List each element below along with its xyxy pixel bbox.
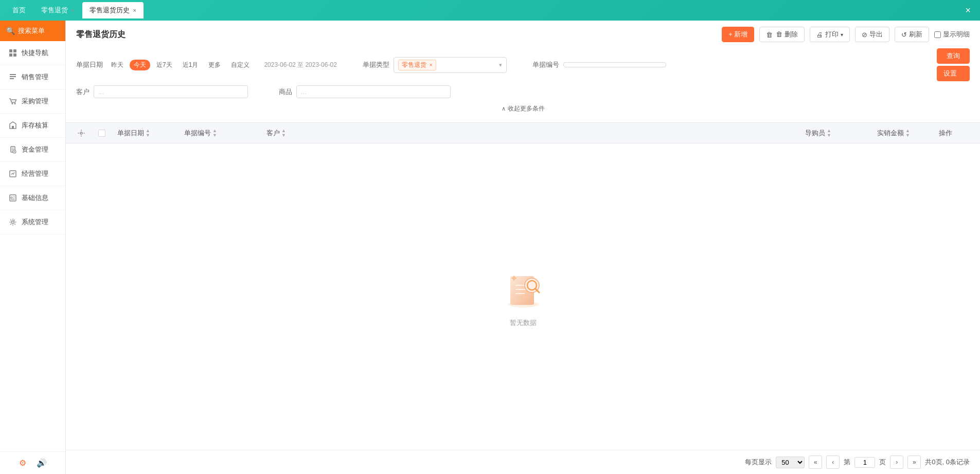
export-icon: ⊘ <box>862 31 867 39</box>
svg-point-4 <box>12 103 13 104</box>
customer-input[interactable]: ... <box>94 85 248 98</box>
date-btn-today[interactable]: 今天 <box>130 60 150 70</box>
refresh-button[interactable]: ↺ 刷新 <box>895 27 929 42</box>
setting-button[interactable]: 设置 <box>937 66 970 81</box>
sidebar-item-finance-mgmt[interactable]: 资金管理 <box>0 138 65 162</box>
ops-mgmt-icon <box>8 169 17 178</box>
empty-text: 暂无数据 <box>510 318 537 327</box>
th-action: 操作 <box>934 129 975 138</box>
tab-home[interactable]: 首页 <box>5 2 33 19</box>
sidebar-audio-icon[interactable]: 🔊 <box>37 458 47 468</box>
tab-retail-return[interactable]: 零售退货 × <box>34 2 81 19</box>
date-btn-yesterday[interactable]: 昨天 <box>107 60 128 70</box>
page-title-row: 零售退货历史 + 新增 🗑 🗑 删除 🖨 打印 ▾ ⊘ 导出 <box>76 27 970 42</box>
print-icon: 🖨 <box>816 31 823 39</box>
main-layout: 🔍 搜索菜单 快捷导航 销售管理 采购管理 库存核算 <box>0 21 980 474</box>
sort-amount-icon: ▲▼ <box>905 129 910 138</box>
type-tag-remove[interactable]: × <box>430 62 433 68</box>
page-label: 第 <box>844 458 850 467</box>
per-page-label: 每页显示 <box>745 458 772 467</box>
page-last-button[interactable]: » <box>907 455 921 469</box>
empty-state: 暂无数据 <box>66 143 980 450</box>
svg-rect-2 <box>9 53 12 57</box>
page-header: 零售退货历史 + 新增 🗑 🗑 删除 🖨 打印 ▾ ⊘ 导出 <box>66 21 980 123</box>
query-setting-group: 查询 设置 <box>937 48 970 81</box>
th-date[interactable]: 单据日期 ▲▼ <box>112 129 179 138</box>
sort-num-icon: ▲▼ <box>212 129 217 138</box>
sort-customer-icon: ▲▼ <box>281 129 286 138</box>
page-number-input[interactable] <box>854 457 875 468</box>
sales-mgmt-icon <box>8 72 17 82</box>
system-mgmt-icon <box>8 217 17 227</box>
sidebar-item-basic-info[interactable]: 基础信息 <box>0 186 65 210</box>
page-first-button[interactable]: « <box>809 455 822 469</box>
goods-input[interactable]: ... <box>296 85 451 98</box>
svg-rect-3 <box>13 53 16 57</box>
quick-nav-icon <box>8 48 17 58</box>
tab-list: 首页 零售退货 × 零售退货历史 × <box>5 2 961 19</box>
filter-section: 单据日期 昨天 今天 近7天 近1月 更多 自定义 2023-06-02 至 2… <box>76 48 970 122</box>
date-btn-more[interactable]: 更多 <box>204 60 225 70</box>
sidebar-item-sales-mgmt[interactable]: 销售管理 <box>0 65 65 89</box>
page-next-button[interactable]: › <box>890 455 903 469</box>
svg-rect-0 <box>9 49 12 52</box>
sidebar-item-ops-mgmt[interactable]: 经营管理 <box>0 162 65 186</box>
search-icon: 🔍 <box>6 27 15 35</box>
sidebar-settings-icon[interactable]: ⚙ <box>19 458 26 468</box>
basic-info-icon <box>8 193 17 203</box>
code-input[interactable] <box>563 62 666 67</box>
filter-row-1: 单据日期 昨天 今天 近7天 近1月 更多 自定义 2023-06-02 至 2… <box>76 48 970 81</box>
tab-retail-return-history-close[interactable]: × <box>133 7 136 13</box>
purchase-mgmt-icon <box>8 97 17 106</box>
collapse-icon: ∧ <box>502 105 506 112</box>
date-filter: 单据日期 昨天 今天 近7天 近1月 更多 自定义 <box>76 60 254 70</box>
refresh-icon: ↺ <box>901 31 907 39</box>
svg-point-5 <box>14 103 16 104</box>
show-detail-checkbox[interactable]: 显示明细 <box>934 30 970 39</box>
toolbar: + 新增 🗑 🗑 删除 🖨 打印 ▾ ⊘ 导出 <box>722 27 970 42</box>
table-header: 单据日期 ▲▼ 单据编号 ▲▼ 客户 ▲▼ 导购员 ▲▼ 实销金额 ▲▼ <box>66 123 980 143</box>
svg-point-11 <box>12 221 14 224</box>
new-button[interactable]: + 新增 <box>722 27 754 42</box>
th-guide[interactable]: 导购员 ▲▼ <box>800 129 872 138</box>
delete-button[interactable]: 🗑 🗑 删除 <box>759 27 805 42</box>
date-btn-1month[interactable]: 近1月 <box>179 60 203 70</box>
date-btn-7days[interactable]: 近7天 <box>152 60 176 70</box>
export-button[interactable]: ⊘ 导出 <box>855 27 889 42</box>
inventory-icon <box>8 121 17 130</box>
check-all-checkbox[interactable] <box>98 130 105 137</box>
th-customer[interactable]: 客户 ▲▼ <box>261 129 800 138</box>
goods-filter: 商品 ... <box>279 85 451 98</box>
th-setting[interactable] <box>71 129 92 137</box>
date-btn-custom[interactable]: 自定义 <box>227 60 254 70</box>
query-button[interactable]: 查询 <box>937 48 970 64</box>
sidebar-item-inventory[interactable]: 库存核算 <box>0 114 65 138</box>
sort-guide-icon: ▲▼ <box>827 129 831 138</box>
filter-row-2: 客户 ... 商品 ... <box>76 85 929 98</box>
th-amount[interactable]: 实销金额 ▲▼ <box>872 129 934 138</box>
svg-rect-1 <box>13 49 16 52</box>
window-close-button[interactable]: × <box>961 5 975 16</box>
page-prev-button[interactable]: ‹ <box>826 455 840 469</box>
type-filter: 单据类型 零售退货 × ▾ <box>363 57 507 73</box>
type-dropdown-icon: ▾ <box>499 62 502 68</box>
show-detail-input[interactable] <box>934 31 941 38</box>
sidebar-item-system-mgmt[interactable]: 系统管理 <box>0 210 65 234</box>
svg-rect-6 <box>12 126 14 129</box>
type-select[interactable]: 零售退货 × ▾ <box>394 57 507 73</box>
per-page-select[interactable]: 50 20 100 <box>776 457 805 468</box>
date-range-display: 2023-06-02 至 2023-06-02 <box>264 61 336 69</box>
tab-retail-return-close[interactable]: × <box>71 7 74 13</box>
date-shortcuts: 昨天 今天 近7天 近1月 更多 自定义 <box>107 60 254 70</box>
sidebar-bottom: ⚙ 🔊 <box>0 451 65 474</box>
th-num[interactable]: 单据编号 ▲▼ <box>179 129 261 138</box>
sidebar-search[interactable]: 🔍 搜索菜单 <box>0 21 65 41</box>
print-button[interactable]: 🖨 打印 ▾ <box>810 27 850 42</box>
tab-retail-return-history[interactable]: 零售退货历史 × <box>82 2 143 19</box>
th-check[interactable] <box>92 130 112 137</box>
collapse-row[interactable]: ∧ 收起更多条件 <box>76 102 970 117</box>
table-container: 单据日期 ▲▼ 单据编号 ▲▼ 客户 ▲▼ 导购员 ▲▼ 实销金额 ▲▼ <box>66 123 980 450</box>
delete-icon: 🗑 <box>766 31 773 39</box>
sidebar-item-quick-nav[interactable]: 快捷导航 <box>0 41 65 65</box>
sidebar-item-purchase-mgmt[interactable]: 采购管理 <box>0 89 65 114</box>
